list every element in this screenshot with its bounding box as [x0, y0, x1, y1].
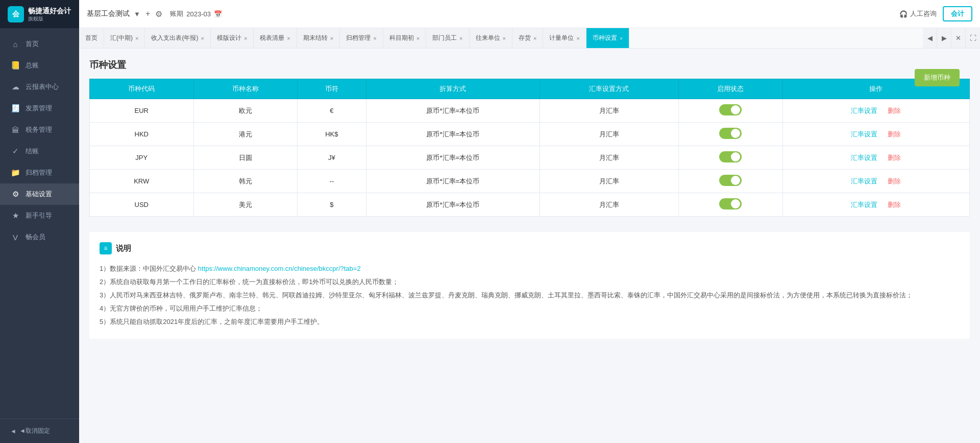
tab-partner[interactable]: 往来单位 ×	[470, 28, 512, 49]
cell-name: 欧元	[193, 99, 298, 123]
tab-subject[interactable]: 科目期初 ×	[383, 28, 426, 49]
cell-status	[679, 99, 783, 123]
toggle-circle	[731, 105, 740, 114]
toggle-switch[interactable]	[719, 198, 742, 209]
cell-calc: 原币*汇率=本位币	[366, 99, 540, 123]
settings-gear-icon[interactable]: ⚙	[155, 9, 162, 19]
sidebar-item-settle[interactable]: ✓ 结账	[0, 141, 79, 162]
table-row: KRW 韩元 -- 原币*汇率=本位币 月汇率 汇率设置 删除	[90, 170, 970, 193]
calendar-icon[interactable]: 📅	[214, 10, 222, 18]
tab-dept[interactable]: 部门员工 ×	[426, 28, 469, 49]
ledger-icon: 📒	[10, 61, 20, 70]
support-btn[interactable]: 🎧 人工咨询	[899, 9, 937, 18]
notes-item: 3）人民币对马来西亚林吉特、俄罗斯卢布、南非兰特、韩元、阿联酋迪拉姆、沙特里亚尔…	[100, 289, 960, 302]
cell-symbol: --	[298, 170, 366, 193]
sidebar-item-home[interactable]: ⌂ 首页	[0, 33, 79, 55]
tab-archive[interactable]: 归档管理 ×	[340, 28, 383, 49]
tab-prev-btn[interactable]: ◀	[923, 28, 937, 49]
notes-item: 1）数据来源：中国外汇交易中心 https://www.chinamoney.c…	[100, 262, 960, 275]
table-row: HKD 港元 HK$ 原币*汇率=本位币 月汇率 汇率设置 删除	[90, 123, 970, 146]
sidebar-item-label: 畅会员	[26, 232, 45, 242]
sidebar-logo: 会 畅捷通好会计 旗舰版	[0, 0, 79, 28]
tab-close-inventory[interactable]: ×	[533, 35, 536, 41]
tab-close-taxform[interactable]: ×	[287, 35, 290, 41]
invoice-icon: 🧾	[10, 104, 20, 113]
sidebar-item-label: 结账	[26, 147, 39, 156]
sidebar-item-label: 归档管理	[26, 168, 52, 177]
sidebar-item-member[interactable]: V 畅会员	[0, 226, 79, 248]
notes-content: 1）数据来源：中国外汇交易中心 https://www.chinamoney.c…	[100, 262, 960, 329]
tab-home[interactable]: 首页	[79, 28, 104, 49]
rate-setting-link[interactable]: 汇率设置	[851, 130, 877, 138]
tab-period-end[interactable]: 期末结转 ×	[297, 28, 340, 49]
sidebar-item-reports[interactable]: ☁ 云报表中心	[0, 76, 79, 98]
sidebar-pin-toggle[interactable]: ◄ ◄取消固定	[0, 418, 79, 443]
tab-close-period-end[interactable]: ×	[330, 35, 333, 41]
period-label: 账期	[170, 9, 183, 18]
toggle-switch[interactable]	[719, 151, 742, 162]
tab-close-partner[interactable]: ×	[503, 35, 506, 41]
sidebar-item-label: 总账	[26, 61, 39, 70]
topbar-period: 账期 2023-03 📅	[170, 9, 222, 18]
rate-setting-link[interactable]: 汇率设置	[851, 201, 877, 208]
sidebar-item-guide[interactable]: ★ 新手引导	[0, 205, 79, 226]
tab-close-subject[interactable]: ×	[416, 35, 420, 41]
tab-expand-btn[interactable]: ⛶	[966, 28, 980, 49]
delete-link[interactable]: 删除	[888, 177, 901, 185]
kuaiji-button[interactable]: 会计	[943, 6, 972, 21]
notes-title: ≡ 说明	[100, 242, 960, 254]
sidebar-item-invoice[interactable]: 🧾 发票管理	[0, 98, 79, 119]
tab-annual[interactable]: 收入支出表(年报) ×	[145, 28, 210, 49]
toggle-switch[interactable]	[719, 128, 742, 139]
tab-inventory[interactable]: 存货 ×	[512, 28, 543, 49]
tab-close-dept[interactable]: ×	[459, 35, 462, 41]
cell-code: JPY	[90, 146, 194, 170]
tab-unit[interactable]: 计量单位 ×	[543, 28, 586, 49]
tab-close-all-btn[interactable]: ✕	[951, 28, 966, 49]
toggle-switch[interactable]	[719, 175, 742, 186]
sidebar-item-tax[interactable]: 🏛 税务管理	[0, 119, 79, 141]
cell-calc: 原币*汇率=本位币	[366, 170, 540, 193]
cell-symbol: J¥	[298, 146, 366, 170]
rate-setting-link[interactable]: 汇率设置	[851, 177, 877, 185]
tab-close-interim[interactable]: ×	[135, 35, 138, 41]
new-currency-button[interactable]: 新增币种	[915, 69, 960, 86]
tab-taxform[interactable]: 税表清册 ×	[254, 28, 297, 49]
sidebar-item-ledger[interactable]: 📒 总账	[0, 55, 79, 76]
notes-link[interactable]: https://www.chinamoney.com.cn/chinese/bk…	[198, 265, 361, 272]
delete-link[interactable]: 删除	[888, 130, 901, 138]
delete-link[interactable]: 删除	[888, 154, 901, 161]
add-project-icon[interactable]: +	[145, 9, 150, 18]
notes-item: 5）系统只能自动抓取2021年度后的汇率，之前年度汇率需要用户手工维护。	[100, 315, 960, 329]
guide-icon: ★	[10, 211, 20, 220]
toggle-switch[interactable]	[719, 104, 742, 115]
sidebar-item-settings[interactable]: ⚙ 基础设置	[0, 183, 79, 205]
cell-actions: 汇率设置 删除	[782, 123, 969, 146]
app-logo-icon: 会	[8, 6, 24, 22]
tab-close-annual[interactable]: ×	[201, 35, 204, 41]
rate-setting-link[interactable]: 汇率设置	[851, 107, 877, 114]
tab-next-btn[interactable]: ▶	[937, 28, 951, 49]
tab-template[interactable]: 模版设计 ×	[211, 28, 254, 49]
notes-item: 2）系统自动获取每月第一个工作日的汇率标价，统一为直接标价法，即1外币可以兑换的…	[100, 275, 960, 289]
tab-close-archive[interactable]: ×	[373, 35, 376, 41]
settle-icon: ✓	[10, 147, 20, 156]
delete-link[interactable]: 删除	[888, 201, 901, 208]
cell-calc: 原币*汇率=本位币	[366, 193, 540, 217]
tab-interim[interactable]: 汇(中期) ×	[104, 28, 145, 49]
rate-setting-link[interactable]: 汇率设置	[851, 154, 877, 161]
sidebar-item-archive[interactable]: 📁 归档管理	[0, 162, 79, 183]
table-row: USD 美元 $ 原币*汇率=本位币 月汇率 汇率设置 删除	[90, 193, 970, 217]
tab-close-currency[interactable]: ×	[620, 35, 623, 41]
tab-close-template[interactable]: ×	[244, 35, 247, 41]
cell-name: 韩元	[193, 170, 298, 193]
cell-symbol: HK$	[298, 123, 366, 146]
project-dropdown-icon[interactable]: ▼	[134, 10, 140, 18]
tab-close-unit[interactable]: ×	[576, 35, 579, 41]
toggle-circle	[731, 176, 740, 185]
cell-actions: 汇率设置 删除	[782, 99, 969, 123]
tab-currency[interactable]: 币种设置 ×	[586, 28, 629, 49]
cell-name: 日圆	[193, 146, 298, 170]
delete-link[interactable]: 删除	[888, 107, 901, 114]
toggle-circle	[731, 152, 740, 161]
